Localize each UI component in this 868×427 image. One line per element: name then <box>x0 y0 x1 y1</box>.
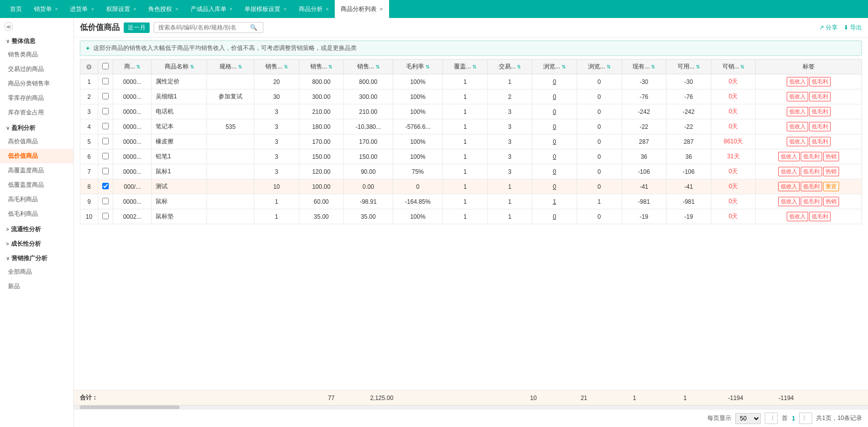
col-settings[interactable]: ⚙ <box>80 59 98 74</box>
sidebar-item-low-profit[interactable]: 低毛利商品 <box>0 207 73 221</box>
browse1-link[interactable]: 0 <box>553 123 556 130</box>
row-checkbox[interactable] <box>102 213 109 219</box>
close-analysis-icon[interactable]: × <box>326 6 329 12</box>
first-page-btn[interactable]: 〈 <box>765 413 778 424</box>
browse1-link[interactable]: 1 <box>553 198 556 205</box>
col-gross-rate[interactable]: 毛利率 ⇅ <box>393 59 443 74</box>
gear-icon[interactable]: ⚙ <box>86 63 92 71</box>
close-sales-icon[interactable]: × <box>55 6 58 12</box>
horizontal-scrollbar[interactable] <box>74 405 868 409</box>
sidebar-group-flow[interactable]: > 流通性分析 <box>0 221 73 236</box>
col-name[interactable]: 商品名称 ⇅ <box>152 59 207 74</box>
close-permission-icon[interactable]: × <box>133 6 136 12</box>
sidebar-group-overall[interactable]: ∨ 整体信息 <box>0 33 73 47</box>
export-button[interactable]: ⬇ 导出 <box>844 23 862 32</box>
browse1-link[interactable]: 0 <box>553 108 556 115</box>
row-checkbox[interactable] <box>102 93 109 99</box>
col-sales-gross[interactable]: 销售... ⇅ <box>344 59 393 74</box>
row-checkbox[interactable] <box>102 168 109 174</box>
sidebar-item-stock-value[interactable]: 库存资金占用 <box>0 105 73 120</box>
close-template-icon[interactable]: × <box>283 6 286 12</box>
close-role-icon[interactable]: × <box>175 6 178 12</box>
col-coverage[interactable]: 覆盖... ⇅ <box>442 59 487 74</box>
row-checkbox[interactable] <box>102 108 109 114</box>
sidebar-item-sales-ratio[interactable]: 商品分类销售率 <box>0 76 73 91</box>
browse1-link[interactable]: 0 <box>553 78 556 85</box>
row-browse1[interactable]: 0 <box>532 119 577 134</box>
nav-analysis[interactable]: 商品分析 × <box>293 0 335 18</box>
search-input[interactable] <box>158 24 248 31</box>
row-checkbox[interactable] <box>102 183 109 189</box>
row-browse1[interactable]: 0 <box>532 164 577 179</box>
sidebar-item-low-coverage[interactable]: 低覆盖度商品 <box>0 178 73 192</box>
row-browse1[interactable]: 0 <box>532 89 577 104</box>
sidebar-item-traded[interactable]: 交易过的商品 <box>0 62 73 76</box>
row-checkbox[interactable] <box>102 78 109 84</box>
row-sales-price: 120.00 <box>299 164 344 179</box>
browse1-link[interactable]: 0 <box>553 183 556 190</box>
browse1-link[interactable]: 0 <box>553 168 556 175</box>
col-checkbox[interactable] <box>98 59 113 74</box>
row-browse1[interactable]: 0 <box>532 74 577 89</box>
col-trade[interactable]: 交易... ⇅ <box>487 59 532 74</box>
row-browse1[interactable]: 1 <box>532 194 577 209</box>
col-available[interactable]: 可用... ⇅ <box>666 59 711 74</box>
col-code[interactable]: 商... ⇅ <box>113 59 152 74</box>
per-page-select[interactable]: 50 100 200 <box>735 413 761 424</box>
nav-sales[interactable]: 销货单 × <box>28 0 64 18</box>
sidebar-group-marketing[interactable]: ∨ 营销推广分析 <box>0 250 73 265</box>
sidebar-item-new-products[interactable]: 新品 <box>0 279 73 294</box>
col-sales-qty[interactable]: 销售... ⇅ <box>254 59 299 74</box>
col-browse2[interactable]: 浏览... ⇅ <box>577 59 622 74</box>
nav-permission[interactable]: 权限设置 × <box>100 0 142 18</box>
nav-analysis-list[interactable]: 商品分析列表 × <box>335 0 389 18</box>
share-button[interactable]: ↗ 分享 <box>819 23 838 32</box>
close-product-icon[interactable]: × <box>229 6 232 12</box>
row-browse1[interactable]: 0 <box>532 134 577 149</box>
close-analysis-list-icon[interactable]: × <box>380 6 383 12</box>
sidebar-item-sales-category[interactable]: 销售类商品 <box>0 47 73 62</box>
row-browse1[interactable]: 0 <box>532 179 577 194</box>
search-icon[interactable]: 🔍 <box>250 24 257 31</box>
nav-role[interactable]: 角色授权 × <box>142 0 184 18</box>
row-checkbox[interactable] <box>102 138 109 144</box>
sidebar-item-high-coverage[interactable]: 高覆盖度商品 <box>0 163 73 178</box>
col-spec[interactable]: 规格... ⇅ <box>207 59 254 74</box>
row-browse1[interactable]: 0 <box>532 209 577 224</box>
sidebar-collapse-btn[interactable]: ≪ <box>4 22 13 31</box>
browse1-link[interactable]: 0 <box>553 93 556 100</box>
col-sales-price[interactable]: 销售... ⇅ <box>299 59 344 74</box>
nav-home[interactable]: 首页 <box>4 0 28 18</box>
row-spec <box>207 209 254 224</box>
row-saleable: 0天 <box>711 119 756 134</box>
nav-purchase[interactable]: 进货单 × <box>64 0 100 18</box>
sidebar-item-zero-stock[interactable]: 零库存的商品 <box>0 91 73 105</box>
browse1-link[interactable]: 0 <box>553 138 556 145</box>
col-browse1[interactable]: 浏览... ⇅ <box>532 59 577 74</box>
nav-product[interactable]: 产成品入库单 × <box>185 0 238 18</box>
row-browse1[interactable]: 0 <box>532 149 577 164</box>
sidebar-group-profit[interactable]: ∨ 盈利分析 <box>0 120 73 134</box>
sidebar-item-all-products[interactable]: 全部商品 <box>0 265 73 279</box>
table-container[interactable]: ⚙ 商... ⇅ 商品名称 ⇅ 规格... ⇅ 销售... ⇅ 销售... ⇅ … <box>74 59 868 390</box>
sidebar-item-high-value[interactable]: 高价值商品 <box>0 134 73 149</box>
browse1-link[interactable]: 0 <box>553 153 556 160</box>
row-checkbox[interactable] <box>102 198 109 204</box>
tag: 低毛利 <box>809 137 831 146</box>
sidebar-item-low-value[interactable]: 低价值商品 <box>0 149 73 163</box>
next-page-btn[interactable]: 〉 <box>799 413 812 424</box>
nav-template[interactable]: 单据模板设置 × <box>238 0 292 18</box>
row-checkbox-cell <box>98 209 113 224</box>
select-all-checkbox[interactable] <box>102 63 109 69</box>
sidebar-group-growth[interactable]: > 成长性分析 <box>0 236 73 250</box>
row-coverage: 1 <box>442 74 487 89</box>
sidebar-item-high-profit[interactable]: 高毛利商品 <box>0 192 73 207</box>
row-checkbox[interactable] <box>102 123 109 129</box>
close-purchase-icon[interactable]: × <box>91 6 94 12</box>
row-checkbox[interactable] <box>102 153 109 159</box>
row-browse1[interactable]: 0 <box>532 104 577 119</box>
col-current[interactable]: 现有... ⇅ <box>622 59 666 74</box>
filter-btn[interactable]: 近一月 <box>124 22 150 33</box>
browse1-link[interactable]: 0 <box>553 213 556 220</box>
col-saleable[interactable]: 可销... ⇅ <box>711 59 756 74</box>
